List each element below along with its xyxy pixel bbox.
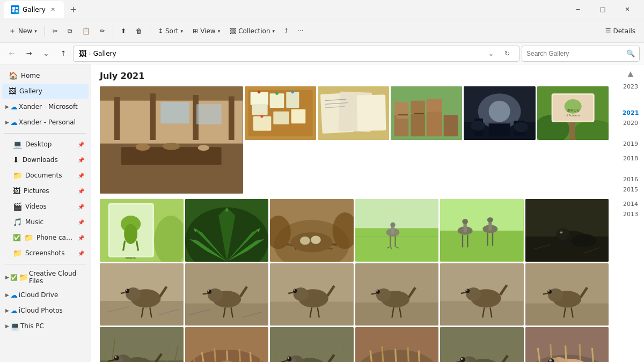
photo-cell-bird-poster[interactable]: BIRDS: [100, 199, 184, 262]
delete-icon: 🗑: [136, 27, 142, 35]
sidebar-item-screenshots[interactable]: 📁 Screenshots 📌: [2, 246, 89, 261]
photo-grid-row-1: BIRDS of Aotearoa: [100, 86, 609, 194]
downloads-pin-icon: 📌: [78, 157, 84, 163]
year-item-2023[interactable]: 2023: [621, 82, 640, 92]
svg-point-29: [260, 115, 263, 117]
gallery-tab[interactable]: Gallery ✕: [4, 1, 64, 18]
photo-cell-documents[interactable]: [318, 86, 389, 140]
sidebar-item-icloud-photos[interactable]: ▶ ☁ iCloud Photos: [2, 303, 89, 318]
toolbar-separator-3: [150, 26, 150, 36]
search-box[interactable]: 🔍: [522, 46, 640, 62]
sidebar-item-home[interactable]: 🏠 Home: [2, 68, 89, 83]
photo-cell-nest-3[interactable]: [355, 327, 439, 362]
forward-button[interactable]: →: [21, 46, 36, 61]
photo-cell-field-green[interactable]: [355, 199, 439, 262]
svg-line-166: [288, 292, 293, 293]
photo-cell-wren-3[interactable]: [270, 263, 354, 326]
sidebar-item-creative-cloud[interactable]: ▶ ✅ 📁 Creative Cloud Files: [2, 268, 89, 287]
year-item-2021[interactable]: 2021: [620, 108, 641, 118]
photo-cell-stacks[interactable]: [391, 86, 462, 140]
window-controls: ─ □ ✕: [566, 0, 640, 19]
photo-cell-grass-2[interactable]: [270, 327, 354, 362]
svg-line-153: [202, 293, 207, 294]
copy-button[interactable]: ⧉: [63, 23, 77, 40]
delete-button[interactable]: 🗑: [131, 23, 147, 40]
recent-button[interactable]: ⌄: [39, 46, 54, 61]
sidebar-item-pictures-label: Pictures: [24, 187, 75, 195]
sidebar-item-xander-microsoft[interactable]: ▶ ☁ Xander - Microsoft: [2, 99, 89, 114]
rename-button[interactable]: ✏: [96, 23, 109, 40]
new-button[interactable]: ＋ New ▾: [4, 23, 41, 40]
svg-line-177: [371, 293, 376, 294]
svg-rect-7: [100, 86, 243, 101]
photo-cell-nest-2[interactable]: [185, 327, 269, 362]
photo-cell-nest[interactable]: [270, 199, 354, 262]
photo-cell-wren-5[interactable]: [440, 263, 524, 326]
desktop-pin-icon: 📌: [78, 142, 84, 147]
year-item-2015[interactable]: 2015: [621, 184, 640, 195]
svg-point-271: [549, 359, 552, 362]
year-item-2020[interactable]: 2020: [621, 118, 640, 128]
year-item-2019[interactable]: 2019: [621, 139, 640, 149]
photo-cell-grass-3[interactable]: [440, 327, 524, 362]
photo-cell-wren-6[interactable]: [525, 263, 609, 326]
search-input[interactable]: [526, 50, 624, 57]
share-button[interactable]: ⬆: [116, 23, 130, 40]
more-button[interactable]: ···: [293, 23, 308, 40]
close-button[interactable]: ✕: [615, 0, 640, 19]
address-input[interactable]: 🖼 › Gallery ⌄ ↻: [73, 46, 519, 62]
sidebar-item-xander-personal[interactable]: ▶ ☁ Xander - Personal: [2, 115, 89, 130]
year-item-2014[interactable]: 2014: [621, 199, 640, 209]
paste-button[interactable]: 📋: [78, 23, 94, 40]
view-button[interactable]: ⊞ View ▾: [188, 23, 224, 40]
sidebar-item-documents[interactable]: 📁 Documents 📌: [2, 168, 89, 183]
new-tab-button[interactable]: +: [66, 2, 81, 17]
sidebar-item-this-pc[interactable]: ▶ 💻 This PC: [2, 319, 89, 334]
toolbar: ＋ New ▾ ✂ ⧉ 📋 ✏ ⬆ 🗑 ↕ Sort ▾ ⊞ View ▾ 🖼 …: [0, 19, 644, 43]
year-item-2018[interactable]: 2018: [621, 153, 640, 164]
sidebar-item-gallery[interactable]: 🖼 Gallery: [2, 84, 89, 99]
sidebar-item-icloud-drive[interactable]: ▶ ☁ iCloud Drive: [2, 287, 89, 302]
photo-cell-grass-1[interactable]: [100, 327, 184, 362]
sidebar-item-music-label: Music: [25, 218, 75, 226]
minimize-button[interactable]: ─: [566, 0, 590, 19]
tab-close-button[interactable]: ✕: [49, 5, 57, 14]
sort-icon: ↕: [158, 27, 163, 35]
refresh-button[interactable]: ↻: [501, 47, 514, 60]
sidebar-item-phone-camera[interactable]: ✅ 📁 Phone camera ro 📌: [2, 230, 89, 245]
maximize-button[interactable]: □: [590, 0, 615, 19]
photo-cell-wren-2[interactable]: [185, 263, 269, 326]
up-button[interactable]: ↑: [56, 46, 71, 61]
sidebar-item-desktop[interactable]: 💻 Desktop 📌: [2, 137, 89, 152]
back-button[interactable]: ←: [4, 46, 19, 61]
year-item-2016[interactable]: 2016: [621, 174, 640, 184]
details-button[interactable]: ☰ Details: [601, 23, 640, 40]
year-timeline-up-arrow[interactable]: ▲: [626, 68, 636, 79]
address-gallery-icon: 🖼: [79, 49, 86, 58]
photo-cell-wren-1[interactable]: [100, 263, 184, 326]
svg-point-187: [466, 289, 467, 291]
this-pc-icon: 💻: [10, 322, 19, 330]
sidebar-item-downloads[interactable]: ⬇ Downloads 📌: [2, 152, 89, 167]
sidebar-item-pictures[interactable]: 🖼 Pictures 📌: [2, 183, 89, 198]
cut-button[interactable]: ✂: [48, 23, 62, 40]
photo-cell-dark-interior[interactable]: [464, 86, 535, 140]
photo-cell-interior[interactable]: [100, 86, 243, 194]
year-item-2013[interactable]: 2013: [621, 209, 640, 219]
photo-cell-dark-bird[interactable]: [525, 199, 609, 262]
sort-button[interactable]: ↕ Sort ▾: [153, 23, 187, 40]
gallery-main: July 2021: [91, 64, 617, 362]
collection-icon: 🖼: [230, 27, 236, 35]
sidebar-item-videos[interactable]: 🎬 Videos 📌: [2, 199, 89, 214]
share2-button[interactable]: ⤴: [280, 23, 292, 40]
photo-cell-wren-4[interactable]: [355, 263, 439, 326]
photo-cell-corkboard[interactable]: [245, 86, 316, 140]
more-icon: ···: [297, 27, 303, 35]
photo-cell-nest-4[interactable]: [525, 327, 609, 362]
collection-button[interactable]: 🖼 Collection ▾: [225, 23, 279, 40]
sidebar-item-music[interactable]: 🎵 Music 📌: [2, 215, 89, 230]
photo-cell-sign[interactable]: BIRDS of Aotearoa: [537, 86, 609, 140]
photo-cell-field-crane[interactable]: [440, 199, 524, 262]
photo-cell-plants[interactable]: [185, 199, 269, 262]
address-dropdown-icon[interactable]: ⌄: [485, 47, 497, 60]
